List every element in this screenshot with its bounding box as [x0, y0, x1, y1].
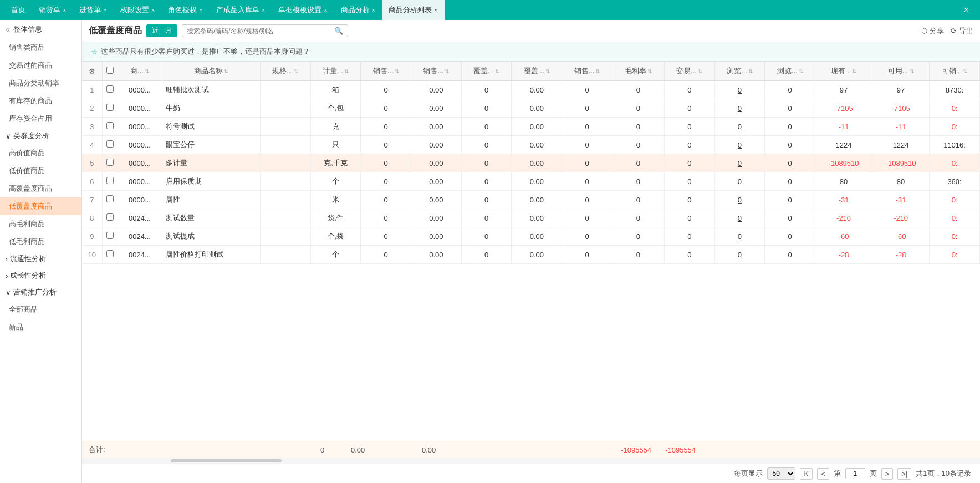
gross-rate-column-header[interactable]: 毛利率⇅ — [612, 62, 664, 81]
code-column-header[interactable]: 商...⇅ — [118, 62, 162, 81]
row-checkbox-cell[interactable] — [102, 191, 118, 209]
name-column-header[interactable]: 商品名称⇅ — [162, 62, 260, 81]
row-view1-cell[interactable]: 0 — [714, 227, 765, 246]
horizontal-scrollbar[interactable] — [82, 458, 980, 464]
sales-amt-column-header[interactable]: 销售...⇅ — [411, 62, 462, 81]
row-checkbox[interactable] — [106, 232, 114, 239]
view1-link[interactable]: 0 — [738, 159, 742, 167]
search-icon[interactable]: 🔍 — [334, 27, 343, 35]
page-number-input[interactable] — [845, 468, 865, 479]
view1-link[interactable]: 0 — [738, 232, 742, 241]
row-view1-cell[interactable]: 0 — [714, 172, 765, 191]
nav-product-analysis-list[interactable]: 商品分析列表 × — [382, 0, 444, 20]
share-button[interactable]: ⬡ 分享 — [921, 26, 944, 36]
row-checkbox-cell[interactable] — [102, 227, 118, 246]
search-box[interactable]: 🔍 — [182, 24, 348, 37]
settings-icon[interactable]: ⚙ — [89, 67, 95, 75]
saleable-column-header[interactable]: 可销...⇅ — [930, 62, 980, 81]
sidebar-group-growth[interactable]: › 成长性分析 — [0, 267, 81, 284]
sales-qty-column-header[interactable]: 销售...⇅ — [361, 62, 411, 81]
row-checkbox[interactable] — [106, 122, 114, 129]
sidebar-item-new-products[interactable]: 新品 — [0, 318, 81, 336]
row-view1-cell[interactable]: 0 — [714, 154, 765, 172]
cover2-column-header[interactable]: 覆盖...⇅ — [512, 62, 562, 81]
nav-close-template[interactable]: × — [324, 7, 327, 13]
row-checkbox[interactable] — [106, 250, 114, 257]
row-checkbox-cell[interactable] — [102, 99, 118, 118]
view1-link[interactable]: 0 — [738, 196, 742, 204]
checkbox-column-header[interactable] — [102, 62, 118, 81]
search-input[interactable] — [187, 27, 334, 35]
view1-link[interactable]: 0 — [738, 104, 742, 113]
sidebar-item-high-value[interactable]: 高价值商品 — [0, 144, 81, 162]
sidebar-item-all-products[interactable]: 全部商品 — [0, 301, 81, 318]
current-column-header[interactable]: 现有...⇅ — [815, 62, 872, 81]
row-checkbox-cell[interactable] — [102, 172, 118, 191]
row-checkbox[interactable] — [106, 177, 114, 184]
sidebar-group-marketing[interactable]: ∨ 营销推广分析 — [0, 284, 81, 301]
sidebar-item-in-stock[interactable]: 有库存的商品 — [0, 92, 81, 110]
row-checkbox[interactable] — [106, 104, 114, 111]
sidebar-item-inventory-capital[interactable]: 库存资金占用 — [0, 110, 81, 128]
sidebar-group-flow[interactable]: › 流通性分析 — [0, 251, 81, 267]
available-column-header[interactable]: 可用...⇅ — [872, 62, 930, 81]
first-page-button[interactable]: K — [800, 468, 813, 480]
row-view1-cell[interactable]: 0 — [714, 99, 765, 118]
nav-close-analysis-list[interactable]: × — [434, 7, 437, 13]
scrollbar-thumb[interactable] — [171, 459, 282, 462]
sidebar-item-traded-products[interactable]: 交易过的商品 — [0, 57, 81, 74]
sidebar-overview-header[interactable]: « 整体信息 — [0, 20, 81, 39]
row-checkbox[interactable] — [106, 195, 114, 202]
next-page-button[interactable]: > — [881, 468, 894, 480]
sidebar-item-sales-products[interactable]: 销售类商品 — [0, 39, 81, 57]
row-checkbox-cell[interactable] — [102, 154, 118, 172]
cover1-column-header[interactable]: 覆盖...⇅ — [461, 62, 512, 81]
prev-page-button[interactable]: < — [817, 468, 829, 480]
sidebar-item-high-margin[interactable]: 高毛利商品 — [0, 215, 81, 233]
nav-close-purchase[interactable]: × — [103, 7, 106, 13]
row-view1-cell[interactable]: 0 — [714, 191, 765, 209]
window-close-button[interactable]: × — [957, 5, 976, 15]
view1-link[interactable]: 0 — [738, 86, 742, 94]
row-checkbox-cell[interactable] — [102, 209, 118, 227]
last-page-button[interactable]: >| — [897, 468, 911, 480]
nav-purchase[interactable]: 进货单 × — [73, 0, 113, 20]
nav-permissions[interactable]: 权限设置 × — [114, 0, 161, 20]
nav-close-sales[interactable]: × — [63, 7, 66, 13]
nav-close-role[interactable]: × — [199, 7, 202, 13]
nav-product-entry[interactable]: 产成品入库单 × — [210, 0, 272, 20]
nav-home[interactable]: 首页 — [4, 0, 32, 20]
row-checkbox[interactable] — [106, 140, 114, 148]
view2-column-header[interactable]: 浏览...⇅ — [765, 62, 815, 81]
row-checkbox[interactable] — [106, 213, 114, 221]
sidebar-group-quality[interactable]: ∨ 类群度分析 — [0, 128, 81, 144]
trade-column-header[interactable]: 交易...⇅ — [664, 62, 714, 81]
nav-close-analysis[interactable]: × — [372, 7, 375, 13]
row-view1-cell[interactable]: 0 — [714, 246, 765, 264]
nav-sales-order[interactable]: 销货单 × — [32, 0, 73, 20]
sidebar-item-low-coverage[interactable]: 低覆盖度商品 — [0, 197, 81, 215]
row-checkbox[interactable] — [106, 85, 114, 93]
sidebar-item-high-coverage[interactable]: 高覆盖度商品 — [0, 180, 81, 197]
row-view1-cell[interactable]: 0 — [714, 81, 765, 99]
view1-link[interactable]: 0 — [738, 123, 742, 131]
row-view1-cell[interactable]: 0 — [714, 209, 765, 227]
sales3-column-header[interactable]: 销售...⇅ — [562, 62, 612, 81]
row-checkbox-cell[interactable] — [102, 136, 118, 154]
spec-column-header[interactable]: 规格...⇅ — [260, 62, 310, 81]
row-checkbox-cell[interactable] — [102, 81, 118, 99]
row-checkbox[interactable] — [106, 159, 114, 166]
nav-close-permissions[interactable]: × — [151, 7, 155, 13]
nav-template-settings[interactable]: 单据模板设置 × — [272, 0, 334, 20]
nav-close-product-entry[interactable]: × — [262, 7, 265, 13]
view1-column-header[interactable]: 浏览...⇅ — [714, 62, 765, 81]
settings-column-header[interactable]: ⚙ — [82, 62, 102, 81]
view1-link[interactable]: 0 — [738, 141, 742, 149]
nav-product-analysis[interactable]: 商品分析 × — [334, 0, 382, 20]
sidebar-item-low-margin[interactable]: 低毛利商品 — [0, 233, 81, 251]
select-all-checkbox[interactable] — [106, 67, 114, 74]
view1-link[interactable]: 0 — [738, 214, 742, 222]
unit-column-header[interactable]: 计量...⇅ — [310, 62, 361, 81]
row-view1-cell[interactable]: 0 — [714, 118, 765, 136]
row-checkbox-cell[interactable] — [102, 246, 118, 264]
